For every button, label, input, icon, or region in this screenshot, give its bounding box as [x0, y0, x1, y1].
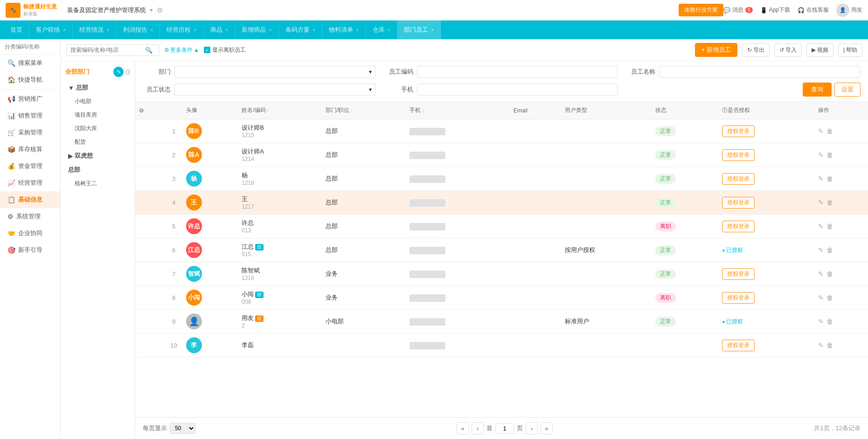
- sidebar-item-marketing[interactable]: 📢营销推广: [0, 91, 60, 107]
- auth-login-btn[interactable]: 授权登录: [722, 173, 755, 185]
- export-btn[interactable]: ↻ 导出: [742, 43, 770, 57]
- delete-icon[interactable]: 🗑: [826, 270, 833, 278]
- sidebar-item-basic[interactable]: 📋基础信息: [0, 191, 60, 208]
- tab-history[interactable]: 经营历程 ×: [160, 21, 203, 39]
- filter-status-select[interactable]: ▾: [174, 84, 376, 96]
- edit-icon[interactable]: ✎: [818, 341, 824, 349]
- dept-node-general[interactable]: ▼ 总部: [61, 81, 135, 95]
- page-input[interactable]: [495, 423, 514, 434]
- import-btn[interactable]: ↺ 导入: [774, 43, 802, 57]
- delete-icon[interactable]: 🗑: [826, 294, 833, 301]
- edit-icon[interactable]: ✎: [818, 318, 824, 325]
- filter-phone-input[interactable]: [417, 84, 618, 96]
- dept-collapse-btn[interactable]: ⟨⟨: [125, 68, 130, 76]
- sidebar-item-collab[interactable]: 🤝企业协同: [0, 225, 60, 242]
- delete-icon[interactable]: 🗑: [826, 246, 833, 254]
- experience-plan-btn[interactable]: 体验行业方案: [679, 4, 723, 16]
- add-employee-btn[interactable]: + 新增员工: [695, 43, 737, 57]
- reset-btn[interactable]: 设置: [834, 83, 861, 97]
- tab-goods[interactable]: 商品 ×: [204, 21, 235, 39]
- user-area[interactable]: 👤 用友: [836, 4, 862, 17]
- sidebar-item-sales[interactable]: 📊销售管理: [0, 107, 60, 124]
- dept-node-small-elec[interactable]: 小电部: [65, 95, 135, 108]
- edit-icon[interactable]: ✎: [818, 246, 824, 254]
- auth-login-btn[interactable]: 授权登录: [722, 197, 755, 209]
- dropdown-arrow[interactable]: ▾: [150, 7, 153, 14]
- sidebar-item-system[interactable]: ⚙系统管理: [0, 208, 60, 225]
- search-input[interactable]: [70, 47, 145, 53]
- filter-name-input[interactable]: [659, 66, 861, 78]
- auth-login-btn[interactable]: 授权登录: [722, 125, 755, 137]
- delete-icon[interactable]: 🗑: [826, 151, 833, 159]
- delete-icon[interactable]: 🗑: [826, 127, 833, 135]
- close-icon[interactable]: ×: [388, 27, 390, 33]
- filter-dept-select[interactable]: ▾: [174, 66, 376, 78]
- edit-icon[interactable]: ✎: [818, 127, 824, 135]
- dept-node-dispatch[interactable]: 配货: [65, 135, 135, 149]
- sidebar-item-purchase[interactable]: 🛒采购管理: [0, 124, 60, 141]
- col-dept[interactable]: 部门/职位: [322, 102, 406, 119]
- delete-icon[interactable]: 🗑: [826, 223, 833, 230]
- auth-login-btn[interactable]: 授权登录: [722, 268, 755, 280]
- col-phone[interactable]: 手机: [406, 102, 510, 119]
- first-page-btn[interactable]: «: [457, 422, 469, 434]
- help-btn[interactable]: | 帮助: [838, 43, 862, 57]
- more-filter-btn[interactable]: ⚙ 更多条件 ▲: [164, 46, 199, 54]
- last-page-btn[interactable]: »: [541, 422, 553, 434]
- tab-home[interactable]: 首页: [4, 21, 29, 39]
- dept-edit-btn[interactable]: ✎: [113, 67, 124, 77]
- online-service-btn[interactable]: 🎧 在线客服: [798, 6, 829, 14]
- page-size-select[interactable]: 50 20 100: [170, 423, 195, 434]
- edit-icon[interactable]: ✎: [818, 223, 824, 230]
- settings-btn[interactable]: ⚙: [157, 6, 163, 14]
- close-icon[interactable]: ×: [225, 27, 228, 33]
- edit-icon[interactable]: ✎: [818, 270, 824, 278]
- next-page-btn[interactable]: ›: [526, 422, 538, 434]
- dept-node-shenyang[interactable]: 沈阳大库: [65, 122, 135, 135]
- tab-operation[interactable]: 经营情况 ×: [73, 21, 116, 39]
- sidebar-item-nav[interactable]: 🏠快捷导航: [0, 71, 60, 88]
- view-btn[interactable]: ▶ 视频: [806, 43, 833, 57]
- close-icon[interactable]: ×: [106, 27, 109, 33]
- message-btn[interactable]: 💬 消息 5: [723, 6, 753, 14]
- app-download-btn[interactable]: 📱 App下载: [760, 6, 790, 14]
- close-icon[interactable]: ×: [194, 27, 196, 33]
- prev-page-btn[interactable]: ‹: [472, 422, 484, 434]
- delete-icon[interactable]: 🗑: [826, 341, 833, 349]
- auth-login-btn[interactable]: 授权登录: [722, 292, 755, 304]
- edit-icon[interactable]: ✎: [818, 151, 824, 159]
- delete-icon[interactable]: 🗑: [826, 175, 833, 182]
- show-resigned-toggle[interactable]: ✓ 显示离职员工: [204, 46, 246, 54]
- tab-profit[interactable]: 利润报告 ×: [117, 21, 160, 39]
- sidebar-item-inventory[interactable]: 📦库存核算: [0, 141, 60, 158]
- auth-login-btn[interactable]: 授权登录: [722, 340, 755, 351]
- close-icon[interactable]: ×: [150, 27, 153, 33]
- auth-login-btn[interactable]: 授权登录: [722, 149, 755, 161]
- dept-node-hq[interactable]: 总部: [61, 163, 135, 177]
- dept-node-project[interactable]: 项目库房: [65, 108, 135, 122]
- dept-node-plant[interactable]: 植树王二: [65, 177, 135, 190]
- close-icon[interactable]: ×: [269, 27, 271, 33]
- tab-department[interactable]: 部门员工 ×: [397, 21, 441, 39]
- sidebar-item-guide[interactable]: 🎯新手引导: [0, 242, 60, 258]
- dept-node-double-tiger[interactable]: ▶ 双虎想: [61, 149, 135, 163]
- edit-icon[interactable]: ✎: [818, 199, 824, 206]
- sidebar-search-input[interactable]: [5, 43, 61, 50]
- query-btn[interactable]: 查询: [803, 83, 832, 97]
- delete-icon[interactable]: 🗑: [826, 199, 833, 206]
- close-icon[interactable]: ×: [312, 27, 315, 33]
- tab-customer[interactable]: 客户联络 ×: [29, 21, 73, 39]
- edit-icon[interactable]: ✎: [818, 294, 824, 301]
- tab-barcode[interactable]: 条码方案 ×: [279, 21, 322, 39]
- close-icon[interactable]: ×: [356, 27, 359, 33]
- edit-icon[interactable]: ✎: [818, 175, 824, 182]
- col-settings[interactable]: ⚙: [135, 102, 166, 119]
- delete-icon[interactable]: 🗑: [826, 318, 833, 325]
- sidebar-item-finance[interactable]: 💰资金管理: [0, 158, 60, 174]
- sidebar-item-operation[interactable]: 📈经营管理: [0, 174, 60, 191]
- col-name-code[interactable]: 姓名/编码: [238, 102, 322, 119]
- close-icon[interactable]: ×: [63, 27, 66, 33]
- close-icon[interactable]: ×: [431, 27, 434, 33]
- tab-bom[interactable]: 物料清单 ×: [322, 21, 366, 39]
- filter-code-input[interactable]: [417, 66, 618, 78]
